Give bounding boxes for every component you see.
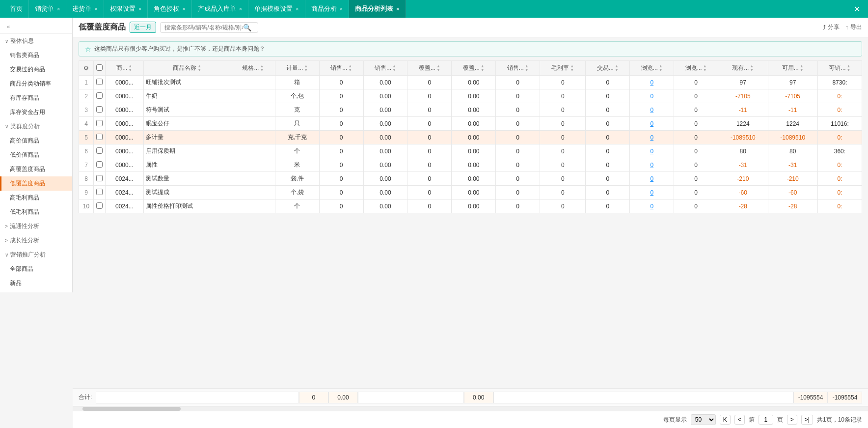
th-browse2[interactable]: 浏览... ▲▼ (674, 61, 718, 76)
sidebar-item-stock-fund[interactable]: 库存资金占用 (0, 105, 72, 119)
sidebar-item-stock-goods[interactable]: 有库存商品 (0, 91, 72, 105)
nav-tab-permissions[interactable]: 权限设置 × (104, 0, 148, 18)
close-tab-warehouse[interactable]: × (239, 6, 242, 12)
nav-tab-home[interactable]: 首页 (4, 0, 29, 18)
cell-check[interactable] (94, 144, 106, 158)
cell-browse1[interactable]: 0 (630, 172, 674, 186)
scrollbar-thumb[interactable] (82, 407, 181, 411)
th-sales3[interactable]: 销售... ▲▼ (496, 61, 540, 76)
sidebar-item-low-margin[interactable]: 低毛利商品 (0, 205, 72, 219)
share-button[interactable]: ⤴ 分享 (823, 23, 840, 31)
th-stock-sale[interactable]: 可销... ▲▼ (817, 61, 862, 76)
th-cover2[interactable]: 覆盖... ▲▼ (452, 61, 496, 76)
sidebar-item-category-rate[interactable]: 商品分类动销率 (0, 77, 72, 91)
sidebar-item-all-goods[interactable]: 全部商品 (0, 262, 72, 276)
cell-check[interactable] (94, 117, 106, 131)
nav-tab-roles[interactable]: 角色授权 × (148, 0, 191, 18)
last-page-button[interactable]: >| (801, 415, 813, 425)
first-page-button[interactable]: K (720, 415, 731, 425)
th-gear[interactable]: ⚙ (79, 61, 94, 76)
close-tab-permissions[interactable]: × (138, 6, 141, 12)
cell-check[interactable] (94, 186, 106, 200)
th-check[interactable] (94, 61, 106, 76)
page-number-input[interactable] (759, 415, 773, 425)
th-code[interactable]: 商... ▲▼ (106, 61, 144, 76)
nav-tab-template[interactable]: 单据模板设置 × (248, 0, 305, 18)
sidebar-section-marketing[interactable]: ∨ 营销推广分析 (0, 248, 72, 262)
sidebar-item-sales-goods[interactable]: 销售类商品 (0, 48, 72, 62)
horizontal-scrollbar[interactable] (73, 406, 868, 411)
cell-check[interactable] (94, 89, 106, 103)
table-row[interactable]: 7 0000... 属性 米 0 0.00 0 0.00 0 0 0 0 0 -… (79, 158, 862, 172)
page-size-select[interactable]: 50 10 20 100 (691, 414, 716, 425)
close-tab-analysis-list[interactable]: × (396, 6, 399, 12)
th-unit[interactable]: 计量... ▲▼ (275, 61, 319, 76)
search-input[interactable] (164, 24, 243, 31)
table-row[interactable]: 1 0000... 旺铺批次测试 箱 0 0.00 0 0.00 0 0 0 0… (79, 76, 862, 89)
close-tab-sales[interactable]: × (57, 6, 60, 12)
table-row[interactable]: 9 0024... 测试提成 个,袋 0 0.00 0 0.00 0 0 0 0… (79, 186, 862, 200)
cell-browse1[interactable]: 0 (630, 131, 674, 144)
sidebar-section-overall[interactable]: ∨ 整体信息 (0, 34, 72, 48)
cell-browse1[interactable]: 0 (630, 117, 674, 131)
th-sales-amt[interactable]: 销售... ▲▼ (363, 61, 407, 76)
nav-tab-analysis[interactable]: 商品分析 × (305, 0, 349, 18)
table-row[interactable]: 10 0024... 属性价格打印测试 个 0 0.00 0 0.00 0 0 … (79, 200, 862, 213)
cell-browse1[interactable]: 0 (630, 186, 674, 200)
date-filter-button[interactable]: 近一月 (130, 22, 156, 33)
cell-browse1[interactable]: 0 (630, 103, 674, 117)
cell-check[interactable] (94, 200, 106, 213)
nav-tab-sales[interactable]: 销货单 × (29, 0, 66, 18)
sidebar-item-high-margin[interactable]: 高毛利商品 (0, 191, 72, 205)
table-row[interactable]: 5 0000... 多计量 克,千克 0 0.00 0 0.00 0 0 0 0… (79, 131, 862, 144)
th-spec[interactable]: 规格... ▲▼ (231, 61, 275, 76)
cell-browse1[interactable]: 0 (630, 89, 674, 103)
th-stock-cur[interactable]: 现有... ▲▼ (718, 61, 768, 76)
sidebar-item-high-value[interactable]: 高价值商品 (0, 134, 72, 148)
th-gross[interactable]: 毛利率 ▲▼ (540, 61, 586, 76)
th-browse1[interactable]: 浏览... ▲▼ (630, 61, 674, 76)
th-trans[interactable]: 交易... ▲▼ (586, 61, 630, 76)
sidebar-section-cluster[interactable]: ∨ 类群度分析 (0, 119, 72, 134)
table-row[interactable]: 8 0024... 测试数量 袋,件 0 0.00 0 0.00 0 0 0 0… (79, 172, 862, 186)
prev-page-button[interactable]: < (734, 415, 745, 425)
sidebar-item-low-value[interactable]: 低价值商品 (0, 148, 72, 162)
th-sales-qty[interactable]: 销售... ▲▼ (319, 61, 363, 76)
table-row[interactable]: 3 0000... 符号测试 克 0 0.00 0 0.00 0 0 0 0 0… (79, 103, 862, 117)
th-stock-avail[interactable]: 可用... ▲▼ (768, 61, 817, 76)
cell-browse1[interactable]: 0 (630, 200, 674, 213)
sidebar-section-flow[interactable]: > 流通性分析 (0, 219, 72, 233)
sidebar-item-new-goods[interactable]: 新品 (0, 276, 72, 290)
nav-tab-warehouse[interactable]: 产成品入库单 × (192, 0, 248, 18)
close-tab-analysis[interactable]: × (340, 6, 343, 12)
cell-check[interactable] (94, 172, 106, 186)
select-all-checkbox[interactable] (96, 64, 103, 71)
table-row[interactable]: 2 0000... 牛奶 个,包 0 0.00 0 0.00 0 0 0 0 0… (79, 89, 862, 103)
cell-browse1[interactable]: 0 (630, 144, 674, 158)
table-wrapper[interactable]: ⚙ 商... ▲▼ 商品名称 (79, 60, 862, 388)
cell-browse1[interactable]: 0 (630, 158, 674, 172)
nav-tab-purchase[interactable]: 进货单 × (66, 0, 104, 18)
cell-check[interactable] (94, 158, 106, 172)
next-page-button[interactable]: > (787, 415, 797, 425)
search-icon[interactable]: 🔍 (243, 24, 251, 31)
table-row[interactable]: 6 0000... 启用保质期 个 0 0.00 0 0.00 0 0 0 0 … (79, 144, 862, 158)
nav-tab-analysis-list[interactable]: 商品分析列表 × (349, 0, 406, 18)
sidebar-item-low-coverage[interactable]: 低覆盖度商品 (0, 176, 72, 191)
th-cover1[interactable]: 覆盖... ▲▼ (407, 61, 452, 76)
window-close-button[interactable]: ✕ (850, 4, 864, 14)
cell-browse1[interactable]: 0 (630, 76, 674, 89)
cell-check[interactable] (94, 103, 106, 117)
gear-icon[interactable]: ⚙ (83, 65, 89, 72)
th-name[interactable]: 商品名称 ▲▼ (143, 61, 231, 76)
table-row[interactable]: 4 0000... 眠宝公仔 只 0 0.00 0 0.00 0 0 0 0 0… (79, 117, 862, 131)
sidebar-item-high-coverage[interactable]: 高覆盖度商品 (0, 162, 72, 176)
export-button[interactable]: ↑ 导出 (845, 23, 862, 31)
sidebar-section-growth[interactable]: > 成长性分析 (0, 233, 72, 248)
sidebar-collapse-btn[interactable]: « (4, 23, 13, 30)
sidebar-item-traded-goods[interactable]: 交易过的商品 (0, 62, 72, 77)
cell-check[interactable] (94, 131, 106, 144)
close-tab-purchase[interactable]: × (94, 6, 97, 12)
close-tab-template[interactable]: × (296, 6, 298, 12)
cell-check[interactable] (94, 76, 106, 89)
